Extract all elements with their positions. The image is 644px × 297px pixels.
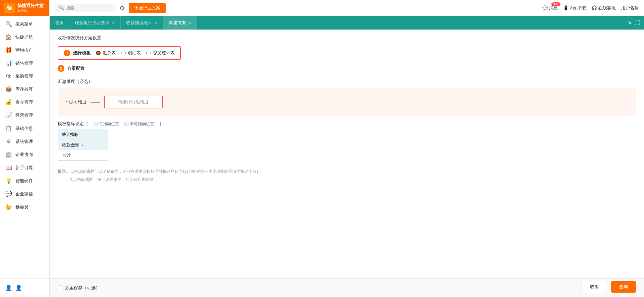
sidebar-item-hardware[interactable]: 💡 智能硬件	[0, 174, 49, 187]
sidebar-item-newbie[interactable]: 📖 新手引导	[0, 161, 49, 174]
radio-summary-input[interactable]	[96, 51, 101, 55]
indicator-header: 模板指标设定（ 可拖动位置 不可拖动位置 ）	[58, 121, 636, 127]
hardware-icon: 💡	[5, 178, 12, 184]
system-icon: ⚙	[5, 138, 12, 145]
avatar-icon2: 👤	[15, 285, 22, 291]
legend-movable: 可拖动位置	[94, 121, 119, 127]
tab-expand-btn[interactable]: ⛶	[635, 20, 640, 26]
indicator-table-header: 统计指标	[58, 130, 108, 140]
tab-close-window-btn[interactable]: ✕	[628, 20, 632, 26]
sidebar-item-enterprise[interactable]: 🏢 企业协同	[0, 148, 49, 161]
main-content: 收款情况统计方案设置 1 选择模板 汇总表	[50, 30, 644, 297]
app-icon: 📱	[563, 5, 569, 10]
radio-cross-input[interactable]	[146, 51, 151, 55]
section1-header: 1 选择模板 汇总表 明细表	[58, 46, 636, 60]
sales-icon: 📊	[5, 60, 12, 66]
app-download-btn[interactable]: 📱 App下载	[563, 5, 586, 11]
inventory-icon: 📦	[5, 86, 12, 92]
logo-icon: 畅	[4, 3, 15, 13]
radio-cross[interactable]: 交叉统计表	[146, 50, 175, 56]
cancel-button[interactable]: 取消	[582, 281, 607, 293]
tips-section: 提示： 1.拖动标题栏可以调整布局，不可跨维度或指标区域拖动栏目字段(只能在同一…	[58, 167, 636, 184]
sidebar-item-finance[interactable]: 💰 资金管理	[0, 96, 49, 109]
query-button[interactable]: 查询	[611, 281, 636, 293]
radio-detail-input[interactable]	[121, 51, 126, 55]
dimension-title: 汇总维度（必选）	[58, 79, 636, 85]
search-input[interactable]	[66, 6, 106, 10]
marketing-icon: 🎁	[5, 47, 12, 53]
tab-new-plan[interactable]: 新建方案 ✕	[163, 16, 197, 30]
sidebar-item-user-avatar[interactable]: 👤 👤	[0, 281, 49, 294]
legend-movable-dot	[94, 122, 98, 126]
message-badge: 99+	[551, 2, 560, 6]
dimension-area: * 纵向维度 —— 请选择分组维度	[58, 89, 636, 115]
sidebar-item-inventory[interactable]: 📦 库存核算	[0, 83, 49, 96]
industry-btn[interactable]: 体验行业方案	[129, 3, 166, 13]
sidebar-item-member[interactable]: 👑 畅会员	[0, 200, 49, 213]
section1-num: 1	[64, 50, 70, 56]
message-btn[interactable]: 💬 消息 99+	[542, 5, 558, 11]
template-selection-box: 1 选择模板 汇总表 明细表	[58, 46, 181, 60]
legend-close-bracket: ）	[159, 121, 164, 127]
legend-fixed-dot	[124, 122, 128, 126]
sidebar-item-purchase[interactable]: 🛍 采购管理	[0, 70, 49, 83]
section2-num: 2	[58, 65, 64, 72]
radio-detail[interactable]: 明细表	[121, 50, 141, 56]
indicator-settings-label: 模板指标设定（	[58, 121, 88, 127]
sidebar-logo: 畅 畅捷通好生意 标准版	[0, 0, 49, 16]
sidebar-item-marketing[interactable]: 🎁 营销推广	[0, 44, 49, 57]
avatar-icon: 👤	[5, 285, 12, 291]
indicator-col-cell[interactable]: 收款金额 ▾	[58, 140, 108, 150]
sidebar-item-wechat[interactable]: 💬 企业微信	[0, 187, 49, 200]
sidebar: 畅 畅捷通好生意 标准版 🔍 搜索菜单 🏠 快捷导航 🎁 营销推广 📊 销售管理…	[0, 0, 50, 297]
sidebar-item-system[interactable]: ⚙ 系统管理	[0, 135, 49, 148]
newbie-icon: 📖	[5, 164, 12, 171]
template-radio-group: 汇总表 明细表 交叉统计表	[96, 50, 175, 56]
purchase-icon: 🛍	[5, 73, 12, 79]
online-service-btn[interactable]: 🎧 在线客服	[592, 5, 616, 11]
sidebar-item-quicknav[interactable]: 🏠 快捷导航	[0, 31, 49, 44]
sidebar-item-basic[interactable]: 📋 基础信息	[0, 122, 49, 135]
header-right: 💬 消息 99+ 📱 App下载 🎧 在线客服 用户名称	[542, 5, 639, 11]
page-title: 收款情况统计方案设置	[58, 35, 636, 41]
indicator-table: 统计指标 收款金额 ▾ 合计	[58, 130, 108, 161]
tab-close-receipt-stat[interactable]: ✕	[154, 20, 158, 25]
group-dimension-select[interactable]: 请选择分组维度	[104, 96, 163, 108]
operations-icon: 📈	[5, 112, 12, 118]
section-template: 1 选择模板 汇总表 明细表	[58, 46, 636, 60]
search-icon: 🔍	[5, 21, 12, 27]
indicator-row-cell[interactable]: 合计	[58, 150, 108, 160]
sidebar-nav: 🔍 搜索菜单 🏠 快捷导航 🎁 营销推广 📊 销售管理 🛍 采购管理 📦 库存核…	[0, 16, 49, 278]
tab-cash-bank[interactable]: 现金银行流水查询 ✕	[69, 16, 121, 30]
wechat-icon: 💬	[5, 191, 12, 197]
save-checkbox[interactable]	[58, 286, 62, 290]
basic-icon: 📋	[5, 125, 12, 132]
section2-title: 方案配置	[67, 65, 85, 71]
sidebar-item-sales[interactable]: 📊 销售管理	[0, 57, 49, 70]
header-search-box[interactable]: 🔍	[55, 4, 115, 12]
tabbar-actions: ✕ ⛶	[624, 16, 644, 30]
tab-close-cash-bank[interactable]: ✕	[112, 20, 115, 25]
tip-2: 2.点击标题栏下拉可设置排序、插入列和删除列	[70, 177, 154, 182]
message-icon: 💬	[542, 5, 548, 10]
sidebar-item-operations[interactable]: 📈 经营管理	[0, 109, 49, 122]
search-icon: 🔍	[59, 5, 64, 10]
content-area: 收款情况统计方案设置 1 选择模板 汇总表	[50, 30, 644, 278]
username-label[interactable]: 用户名称	[621, 5, 639, 11]
settings-icon[interactable]: ⚙	[119, 4, 125, 12]
enterprise-icon: 🏢	[5, 151, 12, 158]
tab-close-new-plan[interactable]: ✕	[188, 20, 192, 25]
app-edition: 标准版	[17, 8, 44, 13]
radio-summary[interactable]: 汇总表	[96, 50, 116, 56]
home-icon: 🏠	[5, 34, 12, 40]
arrow-icon: ——	[91, 99, 100, 105]
bottom-bar: 方案保存（可选）	[50, 278, 644, 297]
header: 🔍 ⚙ 体验行业方案 💬 消息 99+ 📱 App下载 🎧 在线客服 用户名称	[50, 0, 644, 16]
tab-home[interactable]: 首页	[50, 16, 69, 30]
config-section: 汇总维度（必选） * 纵向维度 —— 请选择分组维度 模板指标设定（	[58, 76, 636, 186]
tab-receipt-stat[interactable]: 收款情况统计 ✕	[121, 16, 163, 30]
member-icon: 👑	[5, 204, 12, 210]
vertical-dim-label: * 纵向维度	[66, 99, 87, 105]
section2-header: 2 方案配置	[58, 65, 636, 72]
sidebar-item-search[interactable]: 🔍 搜索菜单	[0, 17, 49, 31]
